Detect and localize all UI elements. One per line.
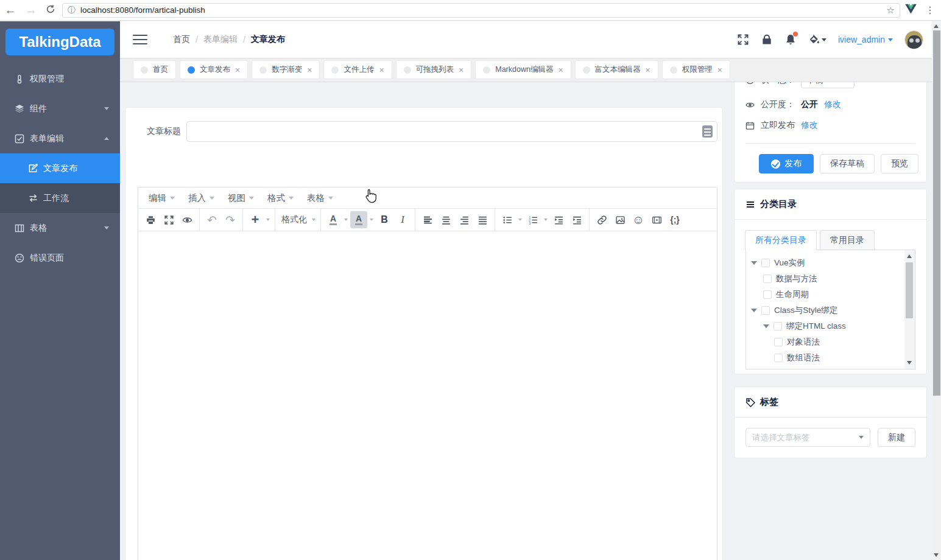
insert-media-icon[interactable]: [648, 211, 665, 228]
visibility-modify-link[interactable]: 修改: [824, 99, 841, 110]
scrollbar-thumb[interactable]: [906, 262, 913, 318]
lock-icon[interactable]: [761, 33, 773, 46]
outdent-icon[interactable]: [550, 211, 567, 228]
indent-icon[interactable]: [568, 211, 585, 228]
tab-close-icon[interactable]: ×: [459, 66, 463, 74]
formats-dropdown[interactable]: 格式化: [279, 211, 309, 228]
tree-checkbox[interactable]: [763, 275, 772, 283]
tree-checkbox[interactable]: [761, 259, 770, 267]
tab-article-publish[interactable]: 文章发布 ×: [180, 60, 248, 79]
scroll-up-icon[interactable]: [907, 254, 912, 258]
bookmark-star-icon[interactable]: ☆: [887, 5, 895, 16]
numbered-list-icon[interactable]: 123: [524, 211, 541, 228]
tree-checkbox[interactable]: [761, 306, 770, 315]
insert-plus-icon[interactable]: +: [247, 211, 264, 228]
tab-markdown-editor[interactable]: Markdown编辑器 ×: [475, 60, 571, 79]
menu-table[interactable]: 表格: [301, 189, 339, 207]
tab-draggable-list[interactable]: 可拖拽列表 ×: [396, 60, 472, 79]
page-scrollbar[interactable]: [932, 21, 941, 560]
sidebar-item-components[interactable]: 组件: [0, 94, 120, 124]
font-color-caret[interactable]: [342, 219, 350, 221]
tab-richtext-editor[interactable]: 富文本编辑器 ×: [575, 60, 658, 79]
user-menu[interactable]: iview_admin: [838, 35, 893, 44]
tree-row[interactable]: Vue实例: [746, 255, 915, 271]
schedule-modify-link[interactable]: 修改: [801, 120, 818, 131]
tab-close-icon[interactable]: ×: [646, 66, 650, 74]
tree-row[interactable]: 数据与方法: [746, 271, 915, 287]
background-color-caret[interactable]: [368, 219, 375, 221]
menu-view[interactable]: 视图: [222, 189, 259, 207]
preview-button[interactable]: 预览: [881, 154, 918, 173]
fullscreen-icon[interactable]: [737, 33, 749, 46]
print-icon[interactable]: [142, 211, 159, 228]
insert-image-icon[interactable]: [611, 211, 629, 228]
editor-content[interactable]: [138, 231, 717, 560]
redo-icon[interactable]: ↷: [222, 211, 239, 228]
tab-close-icon[interactable]: ×: [307, 66, 312, 74]
tree-row[interactable]: 生命周期: [746, 287, 915, 303]
tab-permissions[interactable]: 权限管理 ×: [662, 60, 730, 79]
tree-expand-icon[interactable]: [763, 324, 769, 328]
notification-bell-icon[interactable]: [784, 33, 797, 46]
save-draft-button[interactable]: 保存草稿: [820, 154, 875, 173]
tree-checkbox[interactable]: [774, 354, 783, 362]
undo-icon[interactable]: ↶: [203, 211, 220, 228]
menu-insert[interactable]: 插入: [183, 189, 220, 207]
numbered-list-caret[interactable]: [542, 219, 549, 221]
tree-row[interactable]: 绑定HTML class: [746, 318, 915, 334]
insert-link-icon[interactable]: [593, 211, 610, 228]
bold-icon[interactable]: B: [376, 211, 393, 228]
document-lines-icon[interactable]: [702, 125, 713, 138]
sidebar-item-workflow[interactable]: 工作流: [0, 183, 120, 213]
sidebar-item-table[interactable]: 表格: [0, 213, 120, 243]
tab-file-upload[interactable]: 文件上传 ×: [323, 60, 392, 79]
browser-menu-icon[interactable]: ⋮: [925, 4, 935, 16]
bullet-list-icon[interactable]: [499, 211, 516, 228]
scrollbar-thumb[interactable]: [933, 30, 940, 396]
scroll-down-icon[interactable]: [934, 553, 939, 557]
menu-format[interactable]: 格式: [262, 189, 299, 207]
avatar[interactable]: [904, 30, 923, 49]
sidebar-item-form-edit[interactable]: 表单编辑: [0, 124, 120, 153]
tab-home[interactable]: 首页: [133, 60, 176, 79]
tree-checkbox[interactable]: [774, 338, 783, 346]
tag-select[interactable]: 请选择文章标签: [745, 428, 870, 447]
align-right-icon[interactable]: [456, 211, 473, 228]
theme-switch[interactable]: [808, 33, 826, 46]
tree-checkbox[interactable]: [774, 322, 782, 331]
code-sample-icon[interactable]: {;}: [666, 211, 683, 228]
browser-forward-icon[interactable]: →: [21, 4, 41, 17]
menu-edit[interactable]: 编辑: [143, 189, 180, 207]
fullscreen-editor-icon[interactable]: [160, 211, 177, 228]
category-tab-all[interactable]: 所有分类目录: [745, 230, 817, 250]
sidebar-item-error-pages[interactable]: 错误页面: [0, 243, 120, 273]
scroll-up-icon[interactable]: [934, 24, 939, 28]
address-bar[interactable]: ⓘ localhost:8080/form/artical-publish ☆: [62, 3, 900, 18]
collapse-menu-icon[interactable]: [133, 32, 147, 47]
sidebar-item-permissions[interactable]: 权限管理: [0, 64, 120, 94]
align-justify-icon[interactable]: [474, 211, 491, 228]
tree-row[interactable]: 对象语法: [746, 334, 915, 350]
align-left-icon[interactable]: [419, 211, 436, 228]
tab-number-gradient[interactable]: 数字渐变 ×: [252, 60, 320, 79]
insert-emoji-icon[interactable]: ☺: [630, 211, 647, 228]
category-tab-common[interactable]: 常用目录: [820, 230, 875, 250]
tree-row[interactable]: 数组语法: [746, 350, 915, 366]
browser-reload-icon[interactable]: [41, 4, 60, 17]
italic-icon[interactable]: I: [394, 211, 411, 228]
font-color-icon[interactable]: A: [325, 211, 342, 228]
sidebar-item-article-publish[interactable]: 文章发布: [0, 153, 120, 183]
new-tag-button[interactable]: 新建: [878, 428, 915, 447]
tree-expand-icon[interactable]: [751, 261, 757, 265]
bullet-list-caret[interactable]: [516, 219, 524, 221]
tab-close-icon[interactable]: ×: [558, 66, 563, 74]
app-logo[interactable]: TalkingData: [5, 29, 115, 55]
breadcrumb-home[interactable]: 首页: [173, 34, 190, 45]
tree-scrollbar[interactable]: [904, 250, 915, 369]
tab-close-icon[interactable]: ×: [717, 66, 722, 74]
scroll-down-icon[interactable]: [907, 361, 912, 365]
tab-close-icon[interactable]: ×: [379, 66, 384, 74]
vue-devtools-icon[interactable]: [905, 4, 917, 16]
publish-button[interactable]: 发布: [759, 154, 814, 173]
preview-eye-icon[interactable]: [178, 211, 196, 228]
